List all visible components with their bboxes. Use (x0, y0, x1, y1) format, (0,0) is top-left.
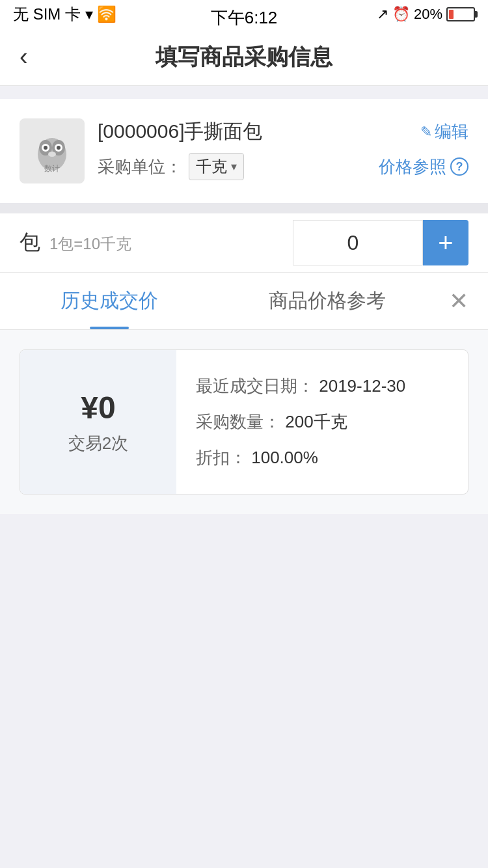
tab-bar: 历史成交价 商品价格参考 ✕ (0, 273, 488, 330)
svg-point-5 (44, 146, 47, 150)
product-title-row: [0000006]手撕面包 ✎ 编辑 (98, 118, 468, 145)
battery-icon (446, 7, 475, 21)
dropdown-arrow-icon: ▾ (231, 159, 237, 174)
purchase-qty-label: 采购数量： (196, 412, 280, 431)
nav-bar: ‹ 填写商品采购信息 (0, 29, 488, 86)
quantity-unit: 包 (20, 228, 40, 257)
status-time: 下午6:12 (211, 7, 278, 29)
product-thumbnail: 数计 (20, 118, 85, 183)
purchase-qty-row: 采购数量： 200千克 (196, 409, 448, 435)
product-info: [0000006]手撕面包 ✎ 编辑 采购单位： 千克 ▾ 价格参照 (98, 118, 468, 180)
status-bar: 无 SIM 卡 ▾ 🛜 下午6:12 ↗ ⏰ 20% (0, 0, 488, 29)
tab-price-reference[interactable]: 商品价格参考 (218, 273, 436, 329)
discount-value: 100.00% (251, 448, 318, 467)
quantity-label: 包 1包=10千克 (20, 228, 131, 257)
bottom-panel: 历史成交价 商品价格参考 ✕ ¥0 交易2次 最近成交日期： 2019-12-3… (0, 272, 488, 514)
page-title: 填写商品采购信息 (156, 42, 332, 72)
section-divider (0, 203, 488, 213)
quantity-conversion: 1包=10千克 (49, 234, 131, 254)
tab-history-price[interactable]: 历史成交价 (0, 273, 218, 329)
edit-button[interactable]: ✎ 编辑 (420, 120, 468, 143)
recent-date-label: 最近成交日期： (196, 376, 314, 396)
trade-card-price-section: ¥0 交易2次 (20, 350, 176, 494)
trade-card-details-section: 最近成交日期： 2019-12-30 采购数量： 200千克 折扣： 100.0… (176, 350, 468, 494)
svg-point-7 (48, 152, 56, 157)
unit-label: 采购单位： 千克 ▾ (98, 153, 244, 180)
quantity-row: 包 1包=10千克 + (0, 213, 488, 272)
svg-point-6 (57, 146, 61, 150)
discount-row: 折扣： 100.00% (196, 445, 448, 470)
back-button[interactable]: ‹ (13, 36, 34, 77)
price-reference-link[interactable]: 价格参照 ? (379, 156, 468, 178)
unit-select-button[interactable]: 千克 ▾ (189, 153, 244, 180)
alarm-icon: ⏰ (392, 6, 410, 23)
purchase-qty-value: 200千克 (285, 412, 347, 431)
quantity-plus-button[interactable]: + (423, 220, 468, 265)
status-right: ↗ ⏰ 20% (377, 6, 475, 23)
battery-percent: 20% (414, 6, 442, 23)
recent-date-value: 2019-12-30 (319, 376, 405, 396)
sim-text: 无 SIM 卡 ▾ 🛜 (13, 4, 116, 25)
trade-count: 交易2次 (68, 432, 128, 455)
trade-card: ¥0 交易2次 最近成交日期： 2019-12-30 采购数量： 200千克 折… (20, 349, 468, 495)
discount-label: 折扣： (196, 448, 247, 467)
close-button[interactable]: ✕ (436, 273, 488, 329)
edit-icon: ✎ (420, 124, 432, 141)
help-icon: ? (450, 157, 468, 176)
battery-fill (449, 10, 454, 19)
product-unit-row: 采购单位： 千克 ▾ 价格参照 ? (98, 153, 468, 180)
svg-text:数计: 数计 (44, 164, 60, 173)
status-left: 无 SIM 卡 ▾ 🛜 (13, 4, 116, 25)
owl-logo: 数计 (29, 128, 75, 174)
quantity-input[interactable] (293, 220, 423, 265)
quantity-input-group: + (293, 220, 468, 265)
product-header: 数计 [0000006]手撕面包 ✎ 编辑 采购单位： 千克 ▾ (20, 118, 468, 183)
product-card: 数计 [0000006]手撕面包 ✎ 编辑 采购单位： 千克 ▾ (0, 99, 488, 203)
product-name: [0000006]手撕面包 (98, 118, 262, 145)
location-icon: ↗ (377, 6, 388, 23)
trade-card-container: ¥0 交易2次 最近成交日期： 2019-12-30 采购数量： 200千克 折… (0, 330, 488, 514)
recent-date-row: 最近成交日期： 2019-12-30 (196, 373, 448, 399)
trade-price: ¥0 (81, 390, 115, 426)
